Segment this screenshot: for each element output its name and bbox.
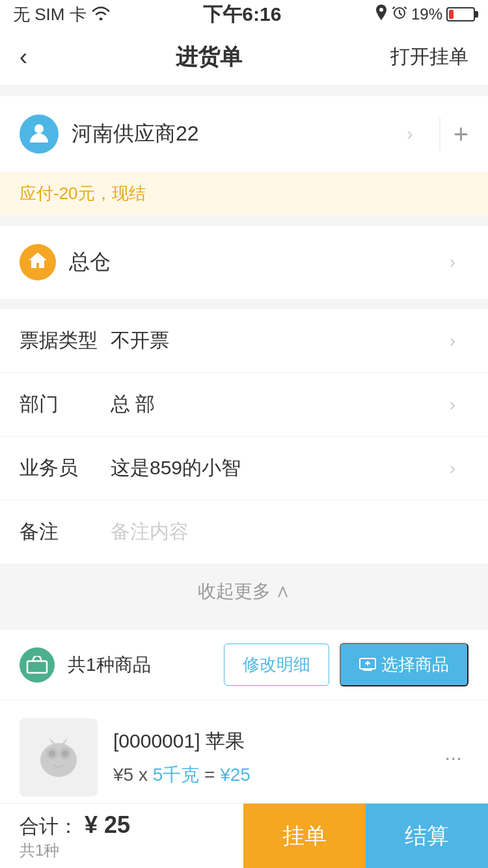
ticket-type-chevron-icon: ›: [450, 331, 455, 351]
status-left: 无 SIM 卡: [13, 3, 110, 26]
wifi-icon: [92, 5, 110, 25]
remarks-label: 备注: [20, 519, 111, 545]
supplier-section: 河南供应商22 › + 应付-20元，现结: [0, 96, 488, 215]
product-unit-price: ¥5: [113, 765, 133, 785]
total-label: 合计：: [20, 813, 78, 840]
department-value: 总 部: [111, 391, 450, 418]
product-price-row: ¥5 x 5千克 = ¥25: [113, 763, 438, 787]
back-button[interactable]: ‹: [20, 44, 27, 71]
battery-icon: [446, 7, 475, 21]
department-row[interactable]: 部门 总 部 ›: [0, 372, 488, 436]
ticket-type-value: 不开票: [111, 327, 450, 354]
checkout-button[interactable]: 结算: [366, 804, 488, 868]
add-button[interactable]: +: [454, 120, 468, 149]
select-product-button[interactable]: 选择商品: [340, 643, 468, 686]
checkout-label: 结算: [405, 821, 449, 851]
total-amount: ¥ 25: [85, 811, 130, 839]
svg-rect-2: [27, 661, 47, 673]
total-sub: 共1种: [20, 840, 224, 861]
products-header: 共1种商品 修改明细 选择商品: [0, 630, 488, 700]
remarks-input[interactable]: 备注内容: [111, 519, 468, 545]
supplier-avatar: [20, 115, 59, 154]
alarm-icon: [392, 5, 407, 24]
network-status: 无 SIM 卡: [13, 3, 87, 26]
ticket-type-row[interactable]: 票据类型 不开票 ›: [0, 309, 488, 372]
svg-point-1: [34, 124, 44, 133]
footer: 合计： ¥ 25 共1种 挂单 结算: [0, 803, 488, 868]
products-icon: [20, 647, 55, 683]
warehouse-section: 总仓 ›: [0, 226, 488, 299]
battery-percent: 19%: [411, 5, 442, 23]
product-thumbnail: [20, 718, 98, 796]
salesman-chevron-icon: ›: [450, 458, 455, 479]
select-product-label: 选择商品: [381, 653, 449, 676]
edit-detail-button[interactable]: 修改明细: [224, 644, 329, 686]
supplier-row[interactable]: 河南供应商22 › +: [0, 96, 488, 172]
location-icon: [375, 5, 388, 24]
salesman-value: 这是859的小智: [111, 455, 450, 481]
supplier-chevron-icon: ›: [407, 124, 413, 144]
multiply-sign: x: [139, 765, 153, 785]
warehouse-row[interactable]: 总仓 ›: [0, 226, 488, 299]
department-chevron-icon: ›: [450, 394, 455, 415]
warehouse-chevron-icon: ›: [450, 252, 455, 273]
svg-point-8: [62, 750, 68, 757]
department-label: 部门: [20, 391, 111, 418]
salesman-row[interactable]: 业务员 这是859的小智 ›: [0, 436, 488, 500]
warehouse-name: 总仓: [69, 248, 450, 277]
product-quantity: 5千克: [153, 765, 200, 785]
products-section: 共1种商品 修改明细 选择商品: [0, 630, 488, 815]
warning-banner: 应付-20元，现结: [0, 172, 488, 215]
svg-point-7: [49, 750, 55, 757]
supplier-name: 河南供应商22: [72, 120, 407, 148]
warning-text: 应付-20元，现结: [20, 183, 146, 203]
house-icon: [27, 250, 48, 275]
remarks-row[interactable]: 备注 备注内容: [0, 500, 488, 563]
nav-bar: ‹ 进货单 打开挂单: [0, 29, 488, 86]
total-main: 合计： ¥ 25: [20, 811, 224, 840]
product-more-button[interactable]: ···: [438, 739, 468, 776]
collapse-row[interactable]: 收起更多 ∧: [0, 563, 488, 619]
avatar-icon: [27, 120, 51, 148]
status-time: 下午6:16: [203, 1, 281, 28]
status-bar: 无 SIM 卡 下午6:16 19%: [0, 0, 488, 29]
warehouse-icon: [20, 244, 56, 280]
ticket-type-label: 票据类型: [20, 327, 111, 354]
open-hang-button[interactable]: 打开挂单: [390, 44, 468, 70]
equals-sign: =: [204, 765, 220, 785]
product-name: [0000001] 苹果: [113, 728, 438, 755]
product-item: [0000001] 苹果 ¥5 x 5千克 = ¥25 ···: [0, 700, 488, 815]
footer-total: 合计： ¥ 25 共1种: [0, 804, 243, 868]
product-subtotal: ¥25: [220, 765, 251, 785]
hang-label: 挂单: [282, 821, 327, 851]
product-code: [0000001]: [113, 730, 206, 752]
divider: [439, 118, 441, 150]
hang-button[interactable]: 挂单: [243, 804, 366, 868]
product-info: [0000001] 苹果 ¥5 x 5千克 = ¥25: [113, 728, 438, 787]
status-right: 19%: [375, 5, 475, 24]
svg-point-4: [40, 743, 77, 777]
page-title: 进货单: [176, 42, 242, 72]
form-section: 票据类型 不开票 › 部门 总 部 › 业务员 这是859的小智 › 备注 备注…: [0, 309, 488, 563]
products-count: 共1种商品: [68, 653, 224, 677]
salesman-label: 业务员: [20, 455, 111, 481]
collapse-text: 收起更多 ∧: [198, 579, 291, 604]
